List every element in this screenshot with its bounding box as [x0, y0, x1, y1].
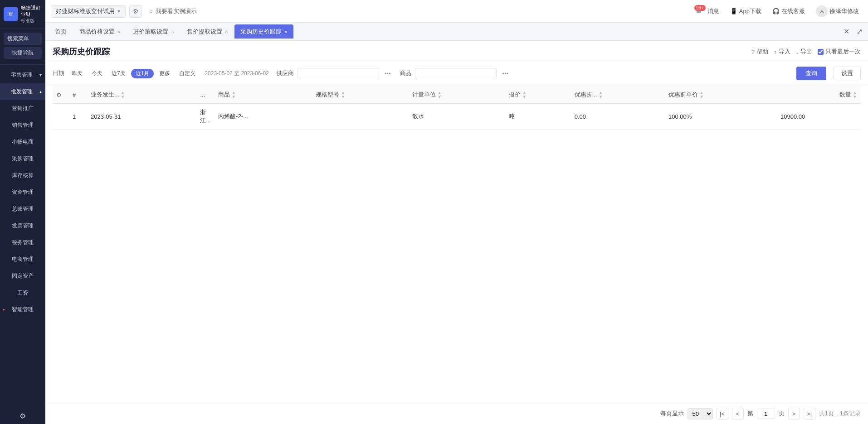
cell-pre-discount-price: 10900.00 [777, 104, 861, 130]
per-page-select[interactable]: 50 10 20 100 [688, 408, 713, 419]
supplier-filter-label: 供应商 [276, 69, 294, 77]
col-biz-date[interactable]: 业务发生... ▲▼ [87, 86, 196, 104]
date-today-btn[interactable]: 今天 [88, 69, 106, 78]
online-service-button[interactable]: 🎧 在线客服 [769, 5, 809, 17]
date-more-btn[interactable]: 更多 [156, 69, 174, 78]
col-gear[interactable]: ⚙ [53, 86, 69, 104]
sidebar-item-general[interactable]: 总账管理 [0, 201, 45, 217]
supplier-input[interactable] [297, 68, 379, 79]
user-menu-button[interactable]: 人 徐泽华修改 [812, 4, 863, 19]
page-actions: ? 帮助 ↑ 导入 ↓ 导出 只看最后一次 [751, 48, 861, 56]
tab-purchase-history[interactable]: 采购历史价跟踪 × [234, 24, 293, 39]
sidebar-item-ecom[interactable]: 电商管理 [0, 251, 45, 268]
sidebar-item-ecom-small[interactable]: 小畅电商 [0, 134, 45, 150]
sidebar-item-invoice[interactable]: 发票管理 [0, 217, 45, 234]
sidebar-logo: 财 畅捷通好业财 标准版 [0, 0, 45, 29]
import-icon: ↑ [774, 48, 777, 55]
import-button[interactable]: ↑ 导入 [774, 48, 790, 56]
dropdown-arrow-icon: ▾ [117, 8, 121, 14]
col-discount[interactable]: 优惠折... ▲▼ [571, 86, 665, 104]
total-info: 共1页，1条记录 [819, 410, 861, 418]
logo-text: 畅捷通好业财 [21, 5, 42, 18]
date-custom-btn[interactable]: 自定义 [176, 69, 199, 78]
col-unit[interactable]: 计量单位 ▲▼ [409, 86, 505, 104]
sidebar-item-purchase[interactable]: 采购管理 [0, 150, 45, 167]
goods-filter-group: 商品 ••• [400, 68, 510, 79]
content-area: 采购历史价跟踪 ? 帮助 ↑ 导入 ↓ 导出 只看最后一次 [45, 41, 868, 424]
close-icon[interactable]: × [225, 29, 228, 34]
tab-sale-price[interactable]: 售价提取设置 × [181, 24, 234, 39]
only-last-checkbox[interactable] [818, 49, 824, 55]
prev-page-button[interactable]: < [732, 408, 744, 419]
col-spec[interactable]: 规格型号 ▲▼ [312, 86, 409, 104]
logo-sub: 标准版 [21, 18, 42, 24]
app-download-button[interactable]: 📱 App下载 [727, 5, 765, 17]
col-goods[interactable]: 商品 ▲▼ [215, 86, 312, 104]
tab-expand-button[interactable]: ⤢ [855, 26, 864, 37]
sidebar-item-sales[interactable]: 销售管理 [0, 117, 45, 134]
demo-link[interactable]: ○ 我要看实例演示 [149, 7, 197, 15]
col-num: # [69, 86, 87, 104]
date-yesterday-btn[interactable]: 昨天 [68, 69, 86, 78]
table-row: 1 2023-05-31 浙江... 丙烯酸-2-... 散水 吨 0.00 1… [53, 104, 861, 130]
col-pre-discount-price[interactable]: 优惠前单价 ▲▼ [665, 86, 777, 104]
cell-discount: 0.00 [571, 104, 665, 130]
sidebar-item-smart[interactable]: 智能管理 [0, 301, 45, 318]
last-page-button[interactable]: >| [804, 408, 815, 419]
close-icon[interactable]: × [117, 29, 120, 34]
sidebar-item-retail[interactable]: 零售管理 ▾ [0, 67, 45, 83]
export-button[interactable]: ↓ 导出 [796, 48, 813, 56]
headset-icon: 🎧 [772, 8, 780, 14]
date-1month-btn[interactable]: 近1月 [131, 69, 154, 78]
table-header-row: ⚙ # 业务发生... ▲▼ ... [53, 86, 861, 104]
version-selector[interactable]: 好业财标准版交付试用 ▾ [51, 5, 126, 18]
tab-close-button[interactable]: ✕ [842, 26, 851, 37]
tab-home-label: 首页 [55, 28, 67, 36]
close-icon[interactable]: × [171, 29, 174, 34]
goods-filter-label: 商品 [400, 69, 411, 77]
col-quote[interactable]: 报价 ▲▼ [505, 86, 571, 104]
only-last-checkbox-label[interactable]: 只看最后一次 [818, 48, 861, 56]
filter-settings-button[interactable]: 设置 [834, 67, 861, 80]
quick-nav-button[interactable]: 快捷导航 [4, 47, 42, 59]
sidebar-gear-button[interactable]: ⚙ [20, 412, 26, 420]
search-menu-button[interactable]: 搜索菜单 [4, 33, 42, 45]
topbar: 好业财标准版交付试用 ▾ ⚙ ○ 我要看实例演示 ✉ 99+ 消息 📱 App下… [45, 0, 868, 23]
help-icon: ? [751, 48, 755, 55]
tab-home[interactable]: 首页 [49, 24, 73, 39]
table-gear-icon[interactable]: ⚙ [56, 92, 62, 98]
page-header: 采购历史价跟踪 ? 帮助 ↑ 导入 ↓ 导出 只看最后一次 [45, 41, 868, 61]
next-page-button[interactable]: > [788, 408, 800, 419]
sidebar-item-inventory[interactable]: 库存核算 [0, 167, 45, 184]
sidebar-item-assets[interactable]: 固定资产 [0, 268, 45, 284]
query-button[interactable]: 查询 [796, 67, 826, 80]
message-button[interactable]: ✉ 99+ 消息 [692, 5, 723, 17]
sidebar: 财 畅捷通好业财 标准版 搜索菜单 快捷导航 零售管理 ▾ 批发管理 ▴ 营销推… [0, 0, 45, 424]
main-area: 好业财标准版交付试用 ▾ ⚙ ○ 我要看实例演示 ✉ 99+ 消息 📱 App下… [45, 0, 868, 424]
goods-input[interactable] [415, 68, 497, 79]
avatar: 人 [816, 5, 828, 17]
page-number-input[interactable] [757, 409, 775, 419]
first-page-button[interactable]: |< [717, 408, 728, 419]
tab-price-settings[interactable]: 商品价格设置 × [73, 24, 126, 39]
goods-more-icon[interactable]: ••• [500, 70, 510, 77]
date-7days-btn[interactable]: 近7天 [108, 69, 129, 78]
table-container: ⚙ # 业务发生... ▲▼ ... [45, 86, 868, 403]
date-range-display: 2023-05-02 至 2023-06-02 [205, 70, 268, 77]
sidebar-item-tax[interactable]: 税务管理 [0, 234, 45, 251]
topbar-settings-button[interactable]: ⚙ [129, 5, 142, 18]
sidebar-item-finance[interactable]: 资金管理 [0, 184, 45, 201]
col-more[interactable]: ... [196, 86, 215, 104]
sidebar-item-marketing[interactable]: 营销推广 [0, 100, 45, 117]
col-quantity[interactable]: 数量 ▲▼ [777, 86, 861, 104]
sidebar-item-wholesale[interactable]: 批发管理 ▴ [0, 83, 45, 100]
supplier-more-icon[interactable]: ••• [383, 70, 393, 77]
tabbar-right: ✕ ⤢ [842, 26, 864, 37]
sidebar-item-salary[interactable]: 工资 [0, 284, 45, 301]
tab-purchase-strategy[interactable]: 进价策略设置 × [127, 24, 180, 39]
export-icon: ↓ [796, 48, 799, 55]
close-icon[interactable]: × [284, 29, 287, 34]
sort-icon: ▲▼ [699, 91, 704, 99]
sort-icon: ▲▼ [121, 91, 125, 99]
help-button[interactable]: ? 帮助 [751, 48, 768, 56]
